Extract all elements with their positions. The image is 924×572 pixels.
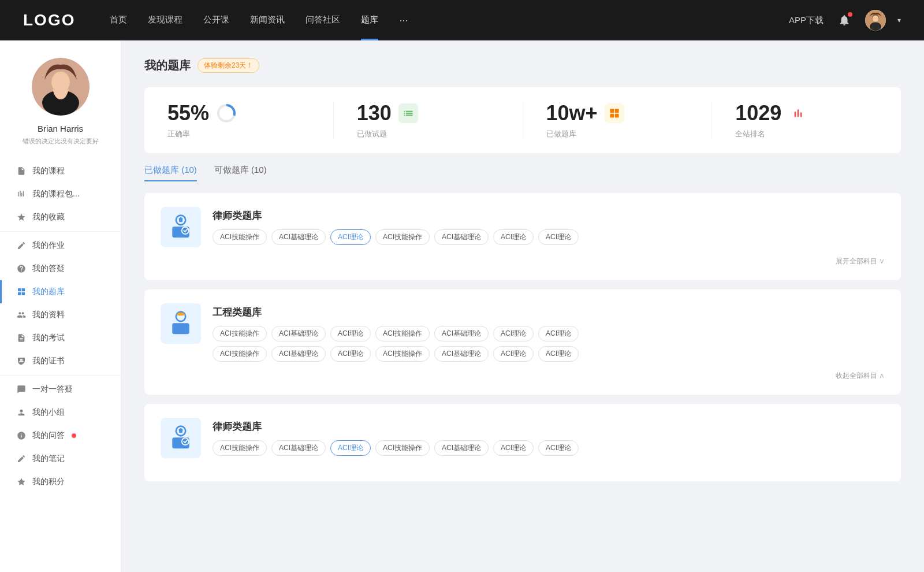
sidebar: Brian Harris 错误的决定比没有决定要好 我的课程 我的课程包... … (0, 40, 121, 572)
sidebar-label: 我的证书 (32, 356, 65, 366)
tag-2-r2-4[interactable]: ACI技能操作 (375, 346, 430, 362)
tag-2-r2-1[interactable]: ACI技能操作 (213, 346, 267, 362)
tag-2-r2-7[interactable]: ACI理论 (538, 346, 579, 362)
nav-news[interactable]: 新闻资讯 (250, 14, 285, 27)
expand-btn-1[interactable]: 展开全部科目 ∨ (836, 257, 885, 266)
sidebar-item-exam[interactable]: 我的考试 (0, 326, 121, 350)
qbank-header-1: 律师类题库 ACI技能操作 ACI基础理论 ACI理论 ACI技能操作 ACI基… (161, 207, 885, 247)
qbank-icon-lawyer-3 (161, 418, 201, 458)
sidebar-label: 我的课程 (32, 166, 65, 176)
tab-available[interactable]: 可做题库 (10) (214, 165, 267, 181)
nav-links: 首页 发现课程 公开课 新闻资讯 问答社区 题库 ··· (110, 14, 789, 27)
logo: LOGO (23, 11, 75, 29)
sidebar-item-questions[interactable]: 我的答疑 (0, 257, 121, 280)
nav-home[interactable]: 首页 (110, 14, 127, 27)
tag-1-3[interactable]: ACI理论 (330, 229, 371, 245)
sidebar-item-favorites[interactable]: 我的收藏 (0, 206, 121, 229)
qbank-tags-row2-2: ACI技能操作 ACI基础理论 ACI理论 ACI技能操作 ACI基础理论 AC… (213, 346, 885, 362)
ranking-bar-icon (788, 103, 808, 123)
sidebar-motto: 错误的决定比没有决定要好 (17, 137, 105, 146)
stat-questions-done: 130 已做试题 (334, 101, 523, 139)
tag-3-7[interactable]: ACI理论 (538, 440, 579, 456)
stat-banks-done: 10w+ 已做题库 (523, 101, 713, 139)
tag-2-r1-2[interactable]: ACI基础理论 (271, 326, 326, 341)
tag-2-r1-5[interactable]: ACI基础理论 (434, 326, 489, 341)
bar-icon (16, 189, 27, 199)
page-header: 我的题库 体验剩余23天！ (144, 58, 901, 73)
user-chevron-icon[interactable]: ▾ (897, 16, 901, 24)
tag-2-r2-3[interactable]: ACI理论 (330, 346, 371, 362)
sidebar-item-profile[interactable]: 我的资料 (0, 303, 121, 326)
svg-rect-16 (172, 323, 189, 334)
sidebar-divider-2 (0, 375, 121, 376)
sidebar-item-qbank[interactable]: 我的题库 (0, 280, 121, 303)
tag-1-5[interactable]: ACI基础理论 (434, 229, 489, 245)
nav-qa[interactable]: 问答社区 (305, 14, 340, 27)
file-icon (16, 166, 27, 176)
stat-questions-value: 130 (357, 101, 392, 125)
sidebar-label: 我的问答 (32, 430, 65, 441)
star-icon (16, 212, 27, 222)
tag-1-1[interactable]: ACI技能操作 (213, 229, 267, 245)
tag-3-1[interactable]: ACI技能操作 (213, 440, 267, 456)
sidebar-label: 我的作业 (32, 240, 65, 251)
tag-2-r2-5[interactable]: ACI基础理论 (434, 346, 489, 362)
group-icon (16, 407, 27, 418)
tag-3-6[interactable]: ACI理论 (493, 440, 534, 456)
sidebar-label: 我的答疑 (32, 263, 65, 274)
tag-1-6[interactable]: ACI理论 (493, 229, 534, 245)
sidebar-item-notes[interactable]: 我的笔记 (0, 447, 121, 470)
stat-banks-top: 10w+ (546, 101, 624, 125)
edit-icon (16, 240, 27, 251)
nav-discover[interactable]: 发现课程 (148, 14, 182, 27)
tab-done[interactable]: 已做题库 (10) (144, 165, 197, 181)
tag-2-r1-4[interactable]: ACI技能操作 (375, 326, 430, 341)
svg-point-7 (53, 74, 69, 91)
sidebar-item-course[interactable]: 我的课程 (0, 159, 121, 183)
bell-button[interactable] (835, 11, 854, 29)
tag-2-r2-6[interactable]: ACI理论 (493, 346, 534, 362)
qa-red-dot (72, 433, 76, 438)
qbank-card-2: 工程类题库 ACI技能操作 ACI基础理论 ACI理论 ACI技能操作 ACI基… (144, 289, 901, 395)
sidebar-item-group[interactable]: 我的小组 (0, 401, 121, 424)
sidebar-item-points[interactable]: 我的积分 (0, 470, 121, 493)
tag-3-3[interactable]: ACI理论 (330, 440, 371, 456)
main-content: 我的题库 体验剩余23天！ 55% 正确率 (121, 40, 924, 572)
help-icon (16, 263, 27, 274)
doc-icon (16, 333, 27, 343)
navbar: LOGO 首页 发现课程 公开课 新闻资讯 问答社区 题库 ··· APP下载 … (0, 0, 924, 40)
sidebar-item-cert[interactable]: 我的证书 (0, 350, 121, 373)
svg-point-3 (873, 16, 878, 22)
stat-accuracy-label: 正确率 (167, 129, 190, 139)
stat-accuracy-top: 55% (167, 101, 237, 125)
sidebar-item-myqa[interactable]: 我的问答 (0, 424, 121, 447)
qbank-name-3: 律师类题库 (213, 418, 885, 433)
nav-open[interactable]: 公开课 (203, 14, 229, 27)
qbank-header-2: 工程类题库 ACI技能操作 ACI基础理论 ACI理论 ACI技能操作 ACI基… (161, 303, 885, 362)
tag-2-r2-2[interactable]: ACI基础理论 (271, 346, 326, 362)
nav-download[interactable]: APP下载 (789, 15, 824, 26)
sidebar-divider-1 (0, 231, 121, 232)
user-avatar[interactable] (865, 10, 886, 31)
sidebar-item-homework[interactable]: 我的作业 (0, 234, 121, 257)
tag-2-r1-1[interactable]: ACI技能操作 (213, 326, 267, 341)
nav-more[interactable]: ··· (399, 14, 408, 27)
tag-1-4[interactable]: ACI技能操作 (375, 229, 430, 245)
sidebar-label: 我的笔记 (32, 454, 65, 464)
tag-3-4[interactable]: ACI技能操作 (375, 440, 430, 456)
sidebar-item-course-pkg[interactable]: 我的课程包... (0, 183, 121, 206)
qbank-footer-1: 展开全部科目 ∨ (161, 257, 885, 266)
tag-2-r1-3[interactable]: ACI理论 (330, 326, 371, 341)
qbank-icon-engineer (161, 303, 201, 344)
tag-1-7[interactable]: ACI理论 (538, 229, 579, 245)
tag-3-2[interactable]: ACI基础理论 (271, 440, 326, 456)
sidebar-item-1on1[interactable]: 一对一答疑 (0, 378, 121, 401)
tag-3-5[interactable]: ACI基础理论 (434, 440, 489, 456)
note-icon (16, 454, 27, 464)
tag-2-r1-6[interactable]: ACI理论 (493, 326, 534, 341)
expand-btn-2[interactable]: 收起全部科目 ∧ (836, 371, 885, 381)
tag-2-r1-7[interactable]: ACI理论 (538, 326, 579, 341)
tag-1-2[interactable]: ACI基础理论 (271, 229, 326, 245)
nav-qbank[interactable]: 题库 (361, 14, 378, 27)
lawyer-icon (166, 212, 196, 242)
